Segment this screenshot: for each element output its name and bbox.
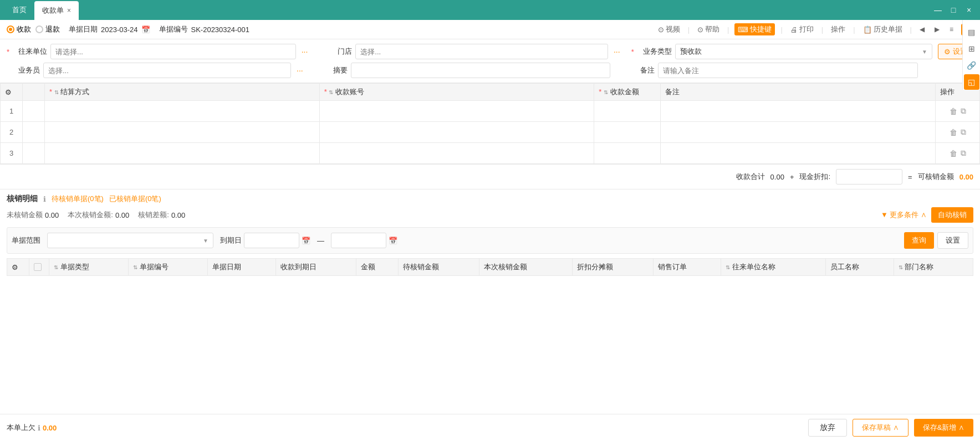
row-3-amount[interactable]	[594, 143, 661, 164]
row-2-account-input[interactable]	[320, 122, 594, 142]
row-1-num: 1	[1, 101, 23, 122]
date-from-input[interactable]: 2022-04-01	[244, 233, 299, 248]
print-icon: 🖨	[790, 25, 798, 34]
row-1-amount[interactable]	[594, 101, 661, 122]
staff-input[interactable]	[43, 63, 291, 78]
footer: 本单上欠 ℹ 0.00 放弃 保存草稿 ∧ 保存&新增 ∧	[0, 414, 980, 441]
radio-refund[interactable]: 退款	[35, 24, 60, 34]
save-new-button[interactable]: 保存&新增 ∧	[914, 419, 973, 437]
tab-active-label: 收款单	[42, 6, 64, 16]
tab-active[interactable]: 收款单 ×	[34, 1, 79, 20]
counterpart-more-icon[interactable]: ···	[302, 47, 308, 56]
current-reconcile-stat: 本次核销金额: 0.00	[68, 210, 129, 220]
tab-home[interactable]: 首页	[4, 0, 34, 20]
row-2-settlement[interactable]	[45, 122, 320, 143]
row-1-account[interactable]	[319, 101, 594, 122]
radio-receive[interactable]: 收款	[7, 24, 31, 34]
counterpart-field: * 往来单位 ···	[7, 44, 308, 59]
row-1-remark[interactable]	[661, 101, 936, 122]
table-row: 2 🗑 ⧉	[1, 122, 980, 143]
right-panel: ▤ ⊞ 🔗 ◱	[962, 20, 980, 90]
filter-setting-button[interactable]: 设置	[937, 232, 968, 249]
row-1-delete-icon[interactable]: 🗑	[950, 107, 957, 116]
row-1-settlement[interactable]	[45, 101, 320, 122]
calendar-to-icon[interactable]: 📅	[389, 237, 397, 245]
row-1-remark-input[interactable]	[661, 101, 935, 121]
row-3-remark[interactable]	[661, 143, 936, 164]
gear-header-icon: ⚙	[5, 88, 12, 96]
row-3-remark-input[interactable]	[661, 143, 935, 163]
row-3-delete-icon[interactable]: 🗑	[950, 149, 957, 158]
counterpart-required: *	[7, 48, 9, 56]
store-more-icon[interactable]: ···	[614, 47, 620, 56]
row-2-account[interactable]	[319, 122, 594, 143]
summary-input[interactable]	[351, 63, 611, 78]
select-all-checkbox[interactable]	[34, 263, 42, 271]
help-btn[interactable]: ⊙ 帮助	[695, 23, 722, 35]
auto-reconcile-button[interactable]: 自动核销	[931, 207, 973, 223]
nav-next-btn[interactable]: ▶	[932, 24, 942, 34]
history-btn[interactable]: 📋 历史单据	[861, 23, 905, 35]
row-2-delete-icon[interactable]: 🗑	[950, 128, 957, 137]
remark-input[interactable]	[658, 63, 918, 78]
business-type-value: 预收款	[680, 47, 702, 57]
col-gear[interactable]: ⚙	[1, 84, 23, 101]
row-1-settlement-input[interactable]	[45, 101, 319, 121]
close-button[interactable]: ×	[962, 3, 976, 17]
footer-info-icon[interactable]: ℹ	[38, 424, 40, 432]
calendar-from-icon[interactable]: 📅	[302, 237, 310, 245]
row-3-copy-icon[interactable]: ⧉	[961, 148, 966, 158]
done-tab[interactable]: 已核销单据(0笔)	[109, 194, 161, 204]
row-2-remark-input[interactable]	[661, 122, 935, 142]
row-2-amount[interactable]	[594, 122, 661, 143]
staff-more-icon[interactable]: ···	[297, 66, 303, 75]
right-panel-grid-icon[interactable]: ⊞	[964, 41, 979, 57]
right-panel-link-icon[interactable]: 🔗	[964, 58, 979, 73]
video-btn[interactable]: ⊙ 视频	[656, 23, 682, 35]
row-1-amount-input[interactable]	[594, 101, 660, 121]
row-2-copy-icon[interactable]: ⧉	[961, 127, 966, 137]
filter-select[interactable]: ▼	[47, 233, 213, 248]
nav-prev-btn[interactable]: ◀	[917, 24, 927, 34]
store-input[interactable]	[355, 44, 608, 59]
video-icon: ⊙	[658, 25, 664, 34]
operation-label: 操作	[831, 24, 845, 34]
bottom-col-gear[interactable]: ⚙	[7, 259, 29, 276]
row-3-account-input[interactable]	[320, 143, 594, 163]
query-button[interactable]: 查询	[904, 232, 934, 249]
footer-current-label: 本单上欠	[7, 423, 35, 433]
counterpart-input[interactable]	[50, 44, 296, 59]
business-type-select[interactable]: 预收款 ▼	[675, 44, 932, 59]
save-draft-button[interactable]: 保存草稿 ∧	[853, 419, 908, 437]
right-panel-table-icon[interactable]: ▤	[964, 24, 979, 40]
print-btn[interactable]: 🖨 打印	[788, 23, 816, 35]
row-3-settlement-input[interactable]	[45, 143, 319, 163]
more-conditions-btn[interactable]: ▼ 更多条件 ∧	[881, 210, 927, 220]
row-1-empty	[23, 101, 45, 122]
date-value: 2023-03-24	[101, 25, 138, 34]
minimize-button[interactable]: —	[931, 3, 945, 17]
maximize-button[interactable]: □	[947, 3, 960, 17]
pending-tab[interactable]: 待核销单据(0笔)	[52, 194, 104, 204]
col-settlement: * ⇅ 结算方式	[45, 84, 320, 101]
tab-close-icon[interactable]: ×	[67, 7, 71, 14]
row-1-copy-icon[interactable]: ⧉	[961, 106, 966, 116]
shortcut-btn[interactable]: ⌨ 快捷键	[734, 23, 775, 35]
row-2-settlement-input[interactable]	[45, 122, 319, 142]
row-3-settlement[interactable]	[45, 143, 320, 164]
row-1-account-input[interactable]	[320, 101, 594, 121]
row-2-remark[interactable]	[661, 122, 936, 143]
col-amount: * ⇅ 收款金额	[594, 84, 661, 101]
date-from-label: 到期日	[220, 235, 242, 245]
calendar-icon[interactable]: 📅	[141, 25, 150, 34]
reconcile-info-icon[interactable]: ℹ	[43, 195, 46, 203]
discount-input[interactable]	[836, 169, 902, 184]
row-2-amount-input[interactable]	[594, 122, 660, 142]
operation-btn[interactable]: 操作	[829, 23, 848, 35]
row-3-account[interactable]	[319, 143, 594, 164]
abandon-button[interactable]: 放弃	[808, 419, 847, 437]
layout-list-btn[interactable]: ≡	[947, 24, 956, 34]
row-3-amount-input[interactable]	[594, 143, 660, 163]
right-panel-expand-icon[interactable]: ◱	[964, 74, 979, 90]
date-to-input[interactable]: 2022-04-12	[331, 233, 386, 248]
